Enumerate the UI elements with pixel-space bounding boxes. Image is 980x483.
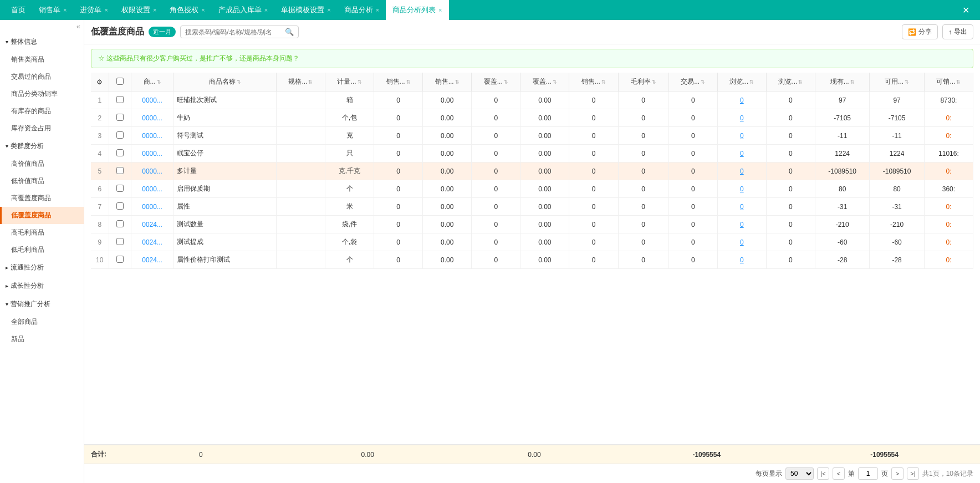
th-sales3[interactable]: 销售...⇅ bbox=[569, 73, 618, 91]
cell-cov2: 0.00 bbox=[520, 127, 569, 145]
row-checkbox[interactable] bbox=[116, 256, 124, 263]
sidebar-item-traded-products[interactable]: 交易过的商品 bbox=[0, 68, 84, 85]
cell-checkbox[interactable] bbox=[109, 162, 131, 180]
th-current[interactable]: 现有...⇅ bbox=[815, 73, 869, 91]
row-checkbox[interactable] bbox=[116, 220, 124, 227]
sidebar-item-category-rate[interactable]: 商品分类动销率 bbox=[0, 85, 84, 103]
cell-view1[interactable]: 0 bbox=[717, 162, 766, 180]
nav-sales-close[interactable]: × bbox=[63, 7, 67, 13]
nav-product-inbound[interactable]: 产成品入库单 × bbox=[212, 0, 274, 20]
cell-checkbox[interactable] bbox=[109, 91, 131, 109]
nav-roles[interactable]: 角色授权 × bbox=[163, 0, 211, 20]
sidebar-group-growth[interactable]: ▸ 成长性分析 bbox=[0, 277, 84, 295]
th-sales-amt[interactable]: 销售...⇅ bbox=[423, 73, 472, 91]
period-tag[interactable]: 近一月 bbox=[149, 27, 176, 37]
sidebar-group-marketing[interactable]: ▾ 营销推广分析 bbox=[0, 295, 84, 313]
nav-permissions-close[interactable]: × bbox=[153, 7, 156, 13]
window-close-button[interactable]: ✕ bbox=[956, 0, 976, 20]
sidebar-item-low-value[interactable]: 低价值商品 bbox=[0, 172, 84, 190]
nav-template-settings[interactable]: 单据模板设置 × bbox=[274, 0, 337, 20]
th-sellable[interactable]: 可销...⇅ bbox=[924, 73, 973, 91]
nav-product-inbound-close[interactable]: × bbox=[264, 7, 268, 13]
th-cov1[interactable]: 覆盖...⇅ bbox=[472, 73, 520, 91]
row-checkbox[interactable] bbox=[116, 114, 124, 121]
page-input[interactable] bbox=[858, 467, 878, 480]
sidebar-item-sales-products[interactable]: 销售类商品 bbox=[0, 51, 84, 68]
sidebar-group-cluster[interactable]: ▾ 类群度分析 bbox=[0, 137, 84, 155]
next-page-btn[interactable]: > bbox=[891, 467, 904, 480]
export-button[interactable]: ↑ 导出 bbox=[942, 24, 973, 39]
share-button[interactable]: 🔁 分享 bbox=[902, 24, 938, 39]
th-cov2[interactable]: 覆盖...⇅ bbox=[520, 73, 569, 91]
nav-purchase[interactable]: 进货单 × bbox=[73, 0, 114, 20]
th-checkbox[interactable] bbox=[109, 73, 131, 91]
row-checkbox[interactable] bbox=[116, 167, 124, 174]
nav-analysis-list[interactable]: 商品分析列表 × bbox=[386, 0, 448, 20]
th-spec[interactable]: 规格...⇅ bbox=[276, 73, 325, 91]
cell-checkbox[interactable] bbox=[109, 180, 131, 198]
cell-view1[interactable]: 0 bbox=[717, 251, 766, 269]
th-name[interactable]: 商品名称⇅ bbox=[173, 73, 276, 91]
first-page-btn[interactable]: |< bbox=[817, 467, 829, 480]
th-code[interactable]: 商...⇅ bbox=[131, 73, 173, 91]
cell-sales-qty: 0 bbox=[374, 180, 423, 198]
nav-product-analysis[interactable]: 商品分析 × bbox=[338, 0, 386, 20]
th-trade[interactable]: 交易...⇅ bbox=[668, 73, 717, 91]
cell-checkbox[interactable] bbox=[109, 216, 131, 233]
prev-page-btn[interactable]: < bbox=[833, 467, 845, 480]
row-checkbox[interactable] bbox=[116, 96, 124, 103]
cell-checkbox[interactable] bbox=[109, 109, 131, 127]
sidebar-item-stock-capital[interactable]: 库存资金占用 bbox=[0, 120, 84, 137]
nav-template-close[interactable]: × bbox=[327, 7, 330, 13]
cell-checkbox[interactable] bbox=[109, 251, 131, 269]
cell-view1[interactable]: 0 bbox=[717, 180, 766, 198]
cell-view1[interactable]: 0 bbox=[717, 233, 766, 251]
cell-view1[interactable]: 0 bbox=[717, 145, 766, 162]
row-checkbox[interactable] bbox=[116, 131, 124, 139]
th-available[interactable]: 可用...⇅ bbox=[870, 73, 924, 91]
sidebar-item-new-products[interactable]: 新品 bbox=[0, 331, 84, 348]
th-sales-qty[interactable]: 销售...⇅ bbox=[374, 73, 423, 91]
th-settings[interactable]: ⚙ bbox=[91, 73, 109, 91]
nav-home[interactable]: 首页 bbox=[4, 0, 32, 20]
cell-view1[interactable]: 0 bbox=[717, 109, 766, 127]
th-unit[interactable]: 计量...⇅ bbox=[325, 73, 374, 91]
select-all-checkbox[interactable] bbox=[116, 78, 124, 85]
search-input[interactable] bbox=[185, 28, 285, 36]
sidebar-collapse-btn[interactable]: « bbox=[76, 22, 80, 30]
th-view2[interactable]: 浏览...⇅ bbox=[766, 73, 815, 91]
sidebar-group-flow[interactable]: ▸ 流通性分析 bbox=[0, 258, 84, 277]
cell-checkbox[interactable] bbox=[109, 233, 131, 251]
search-box[interactable]: 🔍 bbox=[180, 26, 299, 38]
per-page-select[interactable]: 50 20 100 bbox=[785, 467, 814, 480]
th-view1[interactable]: 浏览...⇅ bbox=[717, 73, 766, 91]
nav-sales[interactable]: 销售单 × bbox=[32, 0, 73, 20]
cell-checkbox[interactable] bbox=[109, 198, 131, 216]
sidebar-item-stock-products[interactable]: 有库存的商品 bbox=[0, 103, 84, 120]
sidebar-item-high-margin[interactable]: 高毛利商品 bbox=[0, 224, 84, 241]
row-checkbox[interactable] bbox=[116, 149, 124, 156]
nav-analysis-list-close[interactable]: × bbox=[438, 7, 442, 13]
row-checkbox[interactable] bbox=[116, 238, 124, 245]
sidebar-group-overall[interactable]: ▾ 整体信息 bbox=[0, 33, 84, 51]
cell-view1[interactable]: 0 bbox=[717, 127, 766, 145]
sidebar-item-low-margin[interactable]: 低毛利商品 bbox=[0, 241, 84, 258]
row-checkbox[interactable] bbox=[116, 202, 124, 210]
cell-view1[interactable]: 0 bbox=[717, 198, 766, 216]
sidebar-item-high-coverage[interactable]: 高覆盖度商品 bbox=[0, 190, 84, 207]
sidebar-item-high-value[interactable]: 高价值商品 bbox=[0, 155, 84, 172]
nav-roles-close[interactable]: × bbox=[201, 7, 205, 13]
cell-checkbox[interactable] bbox=[109, 127, 131, 145]
cell-checkbox[interactable] bbox=[109, 145, 131, 162]
cell-view1[interactable]: 0 bbox=[717, 216, 766, 233]
row-checkbox[interactable] bbox=[116, 185, 124, 192]
cell-view2: 0 bbox=[766, 162, 815, 180]
sidebar-item-all-products[interactable]: 全部商品 bbox=[0, 313, 84, 331]
sidebar-item-low-coverage[interactable]: 低覆盖度商品 bbox=[0, 207, 84, 224]
cell-view1[interactable]: 0 bbox=[717, 91, 766, 109]
last-page-btn[interactable]: >| bbox=[907, 467, 919, 480]
nav-permissions[interactable]: 权限设置 × bbox=[115, 0, 163, 20]
nav-purchase-close[interactable]: × bbox=[104, 7, 108, 13]
th-gross-margin[interactable]: 毛利率⇅ bbox=[618, 73, 668, 91]
nav-analysis-close[interactable]: × bbox=[376, 7, 379, 13]
